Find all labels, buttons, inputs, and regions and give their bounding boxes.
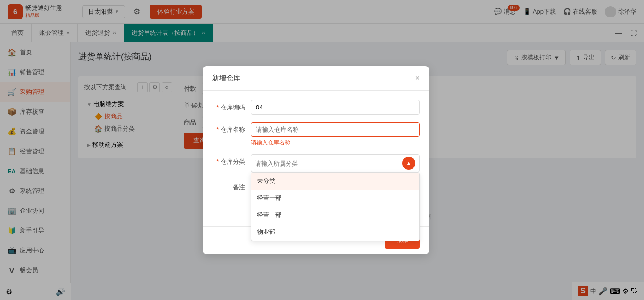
modal-close-icon[interactable]: × — [415, 74, 420, 83]
modal-category-row: * 仓库分类 ▲ 未分类 经营一部 经营二部 物业部 — [212, 154, 420, 172]
modal-code-input-wrap — [251, 100, 420, 115]
name-input[interactable] — [251, 122, 420, 137]
modal-name-input-wrap: 请输入仓库名称 — [251, 122, 420, 147]
dropdown-item-dept3[interactable]: 物业部 — [251, 224, 419, 241]
modal-category-label: * 仓库分类 — [212, 154, 245, 166]
required-icon2: * — [216, 126, 219, 133]
modal-body: * 仓库编码 * 仓库名称 请输入仓库名称 * 仓库分类 — [203, 91, 429, 226]
modal-remark-label: 备注 — [212, 180, 245, 192]
modal-category-select-wrap: ▲ 未分类 经营一部 经营二部 物业部 — [251, 154, 420, 172]
modal-name-row: * 仓库名称 请输入仓库名称 — [212, 122, 420, 147]
modal-code-label: * 仓库编码 — [212, 100, 245, 112]
modal-code-row: * 仓库编码 — [212, 100, 420, 115]
new-warehouse-modal: 新增仓库 × * 仓库编码 * 仓库名称 请输入仓库名称 — [203, 66, 429, 254]
required-icon3: * — [216, 158, 219, 165]
modal-title: 新增仓库 — [212, 74, 240, 83]
category-text-input[interactable] — [255, 160, 402, 167]
category-select-input[interactable]: ▲ — [251, 154, 420, 172]
modal-header: 新增仓库 × — [203, 66, 429, 91]
modal-name-label: * 仓库名称 — [212, 122, 245, 134]
name-error-msg: 请输入仓库名称 — [251, 139, 420, 147]
dropdown-item-dept1[interactable]: 经营一部 — [251, 190, 419, 207]
dropdown-item-unclassified[interactable]: 未分类 — [251, 173, 419, 190]
category-dropdown-icon[interactable]: ▲ — [402, 157, 415, 170]
dropdown-item-dept2[interactable]: 经营二部 — [251, 207, 419, 224]
required-icon: * — [216, 104, 219, 111]
code-input[interactable] — [251, 100, 420, 115]
category-dropdown-list: 未分类 经营一部 经营二部 物业部 — [251, 172, 420, 241]
